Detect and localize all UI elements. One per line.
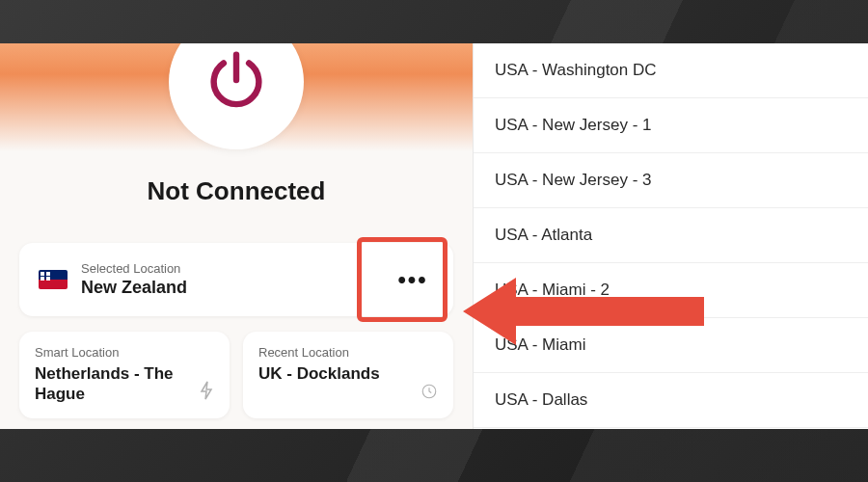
list-item[interactable]: USA - New Jersey - 1 bbox=[474, 98, 868, 153]
more-locations-button[interactable]: ••• bbox=[392, 258, 434, 301]
selected-location-label: Selected Location bbox=[81, 261, 392, 276]
list-item[interactable]: USA - Miami bbox=[474, 318, 868, 373]
list-item[interactable]: USA - Dallas bbox=[474, 373, 868, 428]
flag-icon bbox=[39, 270, 68, 289]
selected-location-card[interactable]: Selected Location New Zealand ••• bbox=[19, 243, 453, 316]
list-item[interactable]: USA - Atlanta bbox=[474, 208, 868, 263]
recent-location-label: Recent Location bbox=[258, 345, 438, 360]
list-item[interactable]: USA - Washington DC bbox=[474, 43, 868, 98]
lightning-icon bbox=[199, 381, 214, 405]
connection-pane: Not Connected Selected Location New Zeal… bbox=[0, 43, 473, 429]
list-item[interactable]: USA - Miami - 2 bbox=[474, 263, 868, 318]
clock-icon bbox=[420, 383, 438, 405]
vpn-app-window: Not Connected Selected Location New Zeal… bbox=[0, 43, 868, 429]
list-item[interactable]: USA - New Jersey - 3 bbox=[474, 153, 868, 208]
connection-status: Not Connected bbox=[148, 176, 326, 206]
smart-location-card[interactable]: Smart Location Netherlands - The Hague bbox=[19, 332, 230, 418]
selected-location-value: New Zealand bbox=[81, 278, 392, 298]
smart-location-value: Netherlands - The Hague bbox=[35, 363, 214, 405]
recent-location-card[interactable]: Recent Location UK - Docklands bbox=[243, 332, 453, 418]
location-list: USA - Washington DC USA - New Jersey - 1… bbox=[473, 43, 868, 429]
smart-location-label: Smart Location bbox=[35, 345, 214, 360]
connect-button[interactable] bbox=[169, 43, 304, 149]
recent-location-value: UK - Docklands bbox=[258, 363, 438, 384]
power-icon bbox=[203, 46, 270, 118]
